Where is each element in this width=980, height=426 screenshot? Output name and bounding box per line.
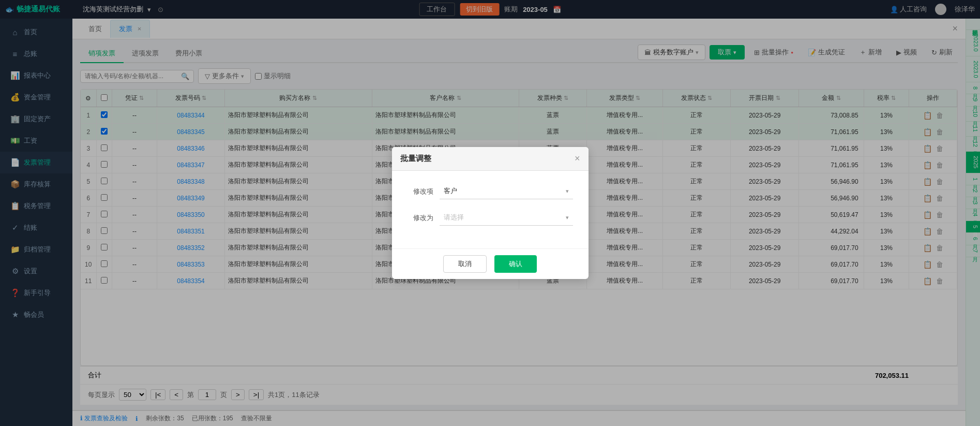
modify-to-row: 修改为 请选择 ▾ — [408, 210, 573, 226]
modify-to-select[interactable]: 请选择 ▾ — [440, 210, 573, 226]
modal-body: 修改项 客户 ▾ 修改为 请选择 ▾ — [392, 171, 589, 248]
modal-close-btn[interactable]: × — [575, 153, 580, 164]
modal-header: 批量调整 × — [392, 147, 589, 171]
modify-field-row: 修改项 客户 ▾ — [408, 183, 573, 199]
modify-to-placeholder: 请选择 — [444, 213, 464, 222]
modal-overlay[interactable]: 批量调整 × 修改项 客户 ▾ 修改为 请选择 ▾ 取消 确认 — [0, 0, 980, 426]
modal-title: 批量调整 — [400, 154, 431, 164]
modify-to-label: 修改为 — [408, 213, 433, 223]
modal-cancel-btn[interactable]: 取消 — [443, 255, 487, 273]
modify-field-select[interactable]: 客户 ▾ — [440, 183, 573, 199]
batch-adjust-modal: 批量调整 × 修改项 客户 ▾ 修改为 请选择 ▾ 取消 确认 — [392, 147, 589, 279]
modify-to-chevron: ▾ — [566, 214, 569, 221]
modal-footer: 取消 确认 — [392, 248, 589, 279]
modify-field-chevron: ▾ — [566, 188, 569, 195]
modal-confirm-btn[interactable]: 确认 — [494, 255, 537, 273]
modify-field-value: 客户 — [444, 186, 457, 196]
modify-field-label: 修改项 — [408, 187, 433, 196]
